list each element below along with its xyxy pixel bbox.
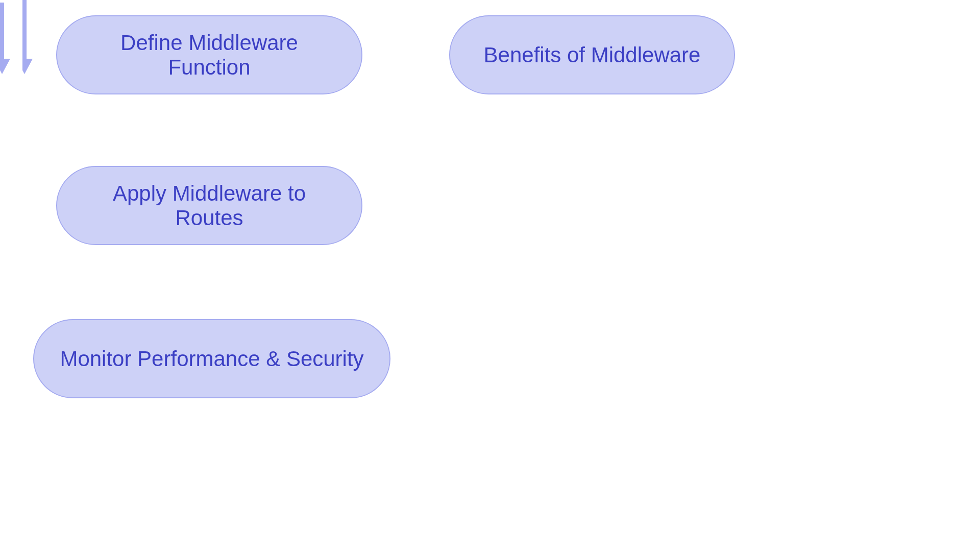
arrow-head-icon: [0, 59, 10, 74]
node-label: Benefits of Middleware: [484, 43, 701, 67]
flowchart-node-monitor: Monitor Performance & Security: [33, 319, 390, 398]
arrow-head-icon: [22, 59, 33, 74]
flowchart-node-define: Define Middleware Function: [56, 15, 362, 94]
flowchart-node-benefits: Benefits of Middleware: [449, 15, 735, 94]
arrow-icon: [22, 0, 43, 77]
node-label: Monitor Performance & Security: [60, 347, 363, 371]
flowchart-node-apply: Apply Middleware to Routes: [56, 166, 362, 245]
node-label: Define Middleware Function: [78, 31, 341, 80]
arrow-icon: [0, 3, 20, 77]
node-label: Apply Middleware to Routes: [78, 181, 341, 230]
